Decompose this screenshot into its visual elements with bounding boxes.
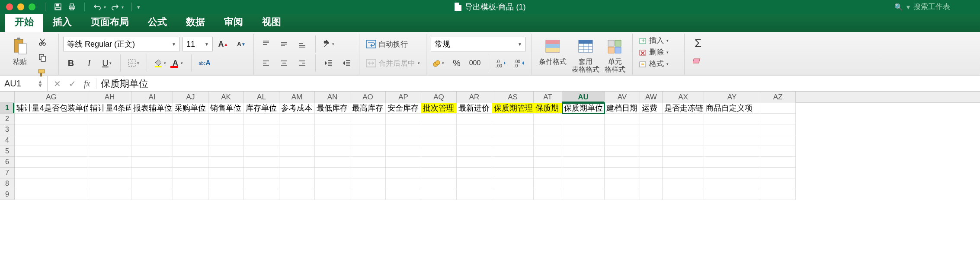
cell-AS4[interactable]	[492, 135, 534, 146]
print-icon[interactable]	[67, 2, 77, 12]
number-format-combo[interactable]: 常规▼	[431, 37, 526, 51]
cell-AI1[interactable]: 报表辅单位	[131, 103, 173, 114]
cell-AQ5[interactable]	[421, 146, 457, 157]
cell-AN7[interactable]	[315, 168, 350, 178]
cell-AT2[interactable]	[534, 114, 562, 124]
cell-AZ7[interactable]	[760, 168, 796, 178]
table-format-button[interactable]: 套用 表格格式	[569, 35, 602, 74]
cell-AV7[interactable]	[605, 168, 640, 178]
cell-AL3[interactable]	[244, 124, 279, 135]
column-header-AG[interactable]: AG	[15, 92, 88, 103]
cell-AK3[interactable]	[208, 124, 244, 135]
cell-AP8[interactable]	[386, 178, 421, 189]
font-color-button[interactable]: A▾	[170, 56, 186, 70]
cell-AL9[interactable]	[244, 189, 279, 200]
cell-AQ8[interactable]	[421, 178, 457, 189]
align-middle-button[interactable]	[276, 37, 292, 51]
cell-AN4[interactable]	[315, 135, 350, 146]
align-bottom-button[interactable]	[295, 37, 310, 51]
row-header-2[interactable]: 2	[0, 114, 15, 124]
cell-AU3[interactable]	[562, 124, 605, 135]
cell-AX7[interactable]	[663, 168, 704, 178]
phonetic-button[interactable]: abcA	[197, 56, 212, 70]
row-header-4[interactable]: 4	[0, 135, 15, 146]
comma-button[interactable]: 000	[467, 56, 483, 70]
cell-AY4[interactable]	[704, 135, 760, 146]
cell-AQ4[interactable]	[421, 135, 457, 146]
cell-AV5[interactable]	[605, 146, 640, 157]
cell-AP7[interactable]	[386, 168, 421, 178]
cell-AM4[interactable]	[279, 135, 315, 146]
cell-AN9[interactable]	[315, 189, 350, 200]
decrease-decimal-button[interactable]: .00.0	[512, 56, 527, 70]
cell-AW1[interactable]: 运费	[640, 103, 663, 114]
cell-AO8[interactable]	[350, 178, 386, 189]
cell-AX9[interactable]	[663, 189, 704, 200]
column-header-AL[interactable]: AL	[244, 92, 279, 103]
cell-AS3[interactable]	[492, 124, 534, 135]
cell-AL7[interactable]	[244, 168, 279, 178]
cell-AI5[interactable]	[131, 146, 173, 157]
cell-AN6[interactable]	[315, 157, 350, 168]
cell-AJ8[interactable]	[173, 178, 208, 189]
orientation-button[interactable]: ab▾	[321, 37, 336, 51]
cell-AK6[interactable]	[208, 157, 244, 168]
cell-AT3[interactable]	[534, 124, 562, 135]
cell-AS9[interactable]	[492, 189, 534, 200]
cell-AK9[interactable]	[208, 189, 244, 200]
name-box[interactable]: AU1 ▲▼	[0, 76, 48, 91]
cell-AW8[interactable]	[640, 178, 663, 189]
align-center-button[interactable]	[276, 56, 292, 70]
column-header-AK[interactable]: AK	[208, 92, 244, 103]
undo-caret[interactable]: ▾	[104, 5, 106, 10]
cell-AJ6[interactable]	[173, 157, 208, 168]
cell-AK1[interactable]: 销售单位	[208, 103, 244, 114]
tab-review[interactable]: 审阅	[215, 12, 253, 32]
cell-AS6[interactable]	[492, 157, 534, 168]
align-top-button[interactable]	[258, 37, 274, 51]
cell-AH2[interactable]	[88, 114, 131, 124]
column-header-AO[interactable]: AO	[350, 92, 386, 103]
cell-AH1[interactable]: 辅计量4条码	[88, 103, 131, 114]
cell-AZ5[interactable]	[760, 146, 796, 157]
column-header-AR[interactable]: AR	[457, 92, 492, 103]
delete-cells-button[interactable]: 删除▾	[637, 46, 680, 58]
cell-AW7[interactable]	[640, 168, 663, 178]
cell-AG7[interactable]	[15, 168, 88, 178]
cell-AI2[interactable]	[131, 114, 173, 124]
autosum-button[interactable]: Σ	[689, 35, 707, 52]
column-header-AW[interactable]: AW	[640, 92, 663, 103]
cell-AZ4[interactable]	[760, 135, 796, 146]
cell-AO1[interactable]: 最高库存	[350, 103, 386, 114]
cell-AK7[interactable]	[208, 168, 244, 178]
cell-AX4[interactable]	[663, 135, 704, 146]
close-window[interactable]	[6, 3, 13, 10]
cell-AO6[interactable]	[350, 157, 386, 168]
cell-AZ8[interactable]	[760, 178, 796, 189]
cell-AI3[interactable]	[131, 124, 173, 135]
cell-AH6[interactable]	[88, 157, 131, 168]
cell-AR4[interactable]	[457, 135, 492, 146]
cell-AK2[interactable]	[208, 114, 244, 124]
format-cells-button[interactable]: 格式▾	[637, 58, 680, 70]
cell-AU8[interactable]	[562, 178, 605, 189]
underline-button[interactable]: U▾	[99, 56, 115, 70]
cell-AQ9[interactable]	[421, 189, 457, 200]
qat-customize-caret[interactable]: ▾	[137, 4, 140, 10]
column-header-AV[interactable]: AV	[605, 92, 640, 103]
column-header-AJ[interactable]: AJ	[173, 92, 208, 103]
cell-AG5[interactable]	[15, 146, 88, 157]
cell-AU7[interactable]	[562, 168, 605, 178]
cell-AJ5[interactable]	[173, 146, 208, 157]
cell-AS8[interactable]	[492, 178, 534, 189]
cell-AM8[interactable]	[279, 178, 315, 189]
row-header-1[interactable]: 1	[0, 103, 15, 114]
accept-formula-icon[interactable]: ✓	[69, 79, 76, 89]
cell-AY8[interactable]	[704, 178, 760, 189]
cell-AL1[interactable]: 库存单位	[244, 103, 279, 114]
cell-AH3[interactable]	[88, 124, 131, 135]
bold-button[interactable]: B	[63, 56, 79, 70]
cell-AX2[interactable]	[663, 114, 704, 124]
cell-AU4[interactable]	[562, 135, 605, 146]
increase-indent-button[interactable]	[339, 56, 355, 70]
